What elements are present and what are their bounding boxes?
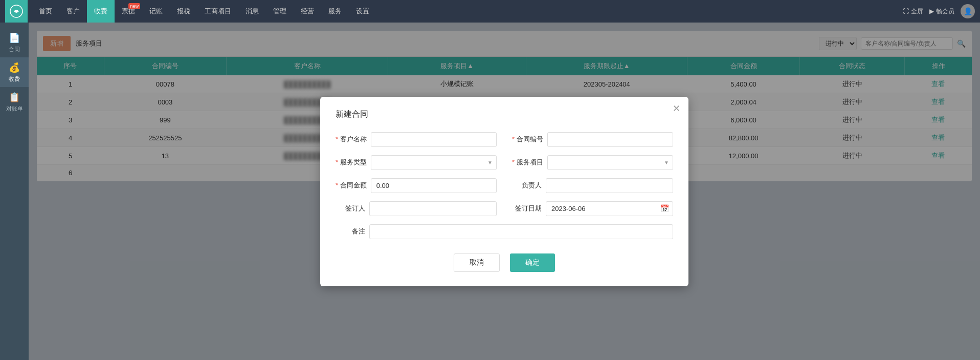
nav-items: 首页 客户 收费 票据 new 记账 报税 工商项目 消息 管理 经营 服务 设… (32, 0, 903, 23)
form-row-amount: 合同金额 (336, 178, 497, 193)
form-row-service-type: 服务类型 ▼ (336, 155, 497, 170)
member-icon: ▶ (929, 8, 934, 15)
nav-settings[interactable]: 设置 (349, 0, 376, 23)
member-button[interactable]: ▶ 畅会员 (929, 7, 954, 16)
service-item-select-wrap: ▼ (547, 155, 673, 170)
nav-bookkeeping[interactable]: 记账 (142, 0, 170, 23)
logo (5, 0, 28, 23)
sidebar-item-statement[interactable]: 📋 对账单 (0, 87, 29, 117)
form-row-customer: 客户名称 (336, 132, 497, 147)
form-row-remark: 备注 (336, 224, 673, 239)
form-row-signer: 签订人 (336, 201, 497, 216)
contract-amount-input[interactable] (371, 178, 497, 193)
signer-label: 签订人 (336, 204, 365, 213)
confirm-button[interactable]: 确定 (510, 253, 555, 272)
sidebar: 📄 合同 💰 收费 📋 对账单 (0, 23, 29, 360)
contract-icon: 📄 (9, 32, 20, 44)
statement-icon: 📋 (9, 92, 20, 103)
customer-name-label: 客户名称 (336, 135, 367, 144)
contract-no-label: 合同编号 (512, 135, 543, 144)
responsible-label: 负责人 (512, 181, 542, 190)
nav-fee[interactable]: 收费 (87, 0, 115, 23)
contract-amount-label: 合同金额 (336, 181, 367, 190)
top-nav: 首页 客户 收费 票据 new 记账 报税 工商项目 消息 管理 经营 服务 设… (0, 0, 980, 23)
sign-date-input[interactable] (546, 201, 673, 216)
sidebar-item-contract[interactable]: 📄 合同 (0, 28, 29, 57)
avatar[interactable]: 👤 (961, 4, 975, 18)
sidebar-item-fee[interactable]: 💰 收费 (0, 57, 29, 87)
service-item-label: 服务项目 (512, 158, 543, 167)
cancel-button[interactable]: 取消 (454, 253, 500, 272)
nav-customer[interactable]: 客户 (59, 0, 87, 23)
form-grid: 客户名称 合同编号 服务类型 ▼ (336, 132, 673, 239)
new-badge: new (128, 3, 140, 9)
nav-operation[interactable]: 经营 (294, 0, 321, 23)
responsible-input[interactable] (546, 178, 673, 193)
content-area: 新增 服务项目 进行中 已完成 已终止 🔍 序号 合同编 (29, 23, 980, 360)
signer-input[interactable] (369, 201, 497, 216)
nav-manage[interactable]: 管理 (266, 0, 294, 23)
service-type-select-wrap: ▼ (371, 155, 497, 170)
nav-invoice[interactable]: 票据 new (115, 0, 142, 23)
dialog-title: 新建合同 (336, 109, 673, 120)
dialog: ✕ 新建合同 客户名称 合同编号 服务类型 (320, 97, 688, 286)
sign-date-wrap: 📅 (546, 201, 673, 216)
nav-home[interactable]: 首页 (32, 0, 59, 23)
sign-date-label: 签订日期 (512, 204, 542, 213)
fullscreen-button[interactable]: ⛶ 全屏 (903, 7, 923, 16)
form-row-sign-date: 签订日期 📅 (512, 201, 673, 216)
nav-right: ⛶ 全屏 ▶ 畅会员 👤 (903, 4, 975, 18)
nav-business[interactable]: 工商项目 (197, 0, 238, 23)
main-layout: 📄 合同 💰 收费 📋 对账单 新增 服务项目 进行中 已完成 已终止 (0, 23, 980, 360)
remark-label: 备注 (336, 227, 365, 236)
modal-overlay: ✕ 新建合同 客户名称 合同编号 服务类型 (29, 23, 980, 360)
service-item-select[interactable] (547, 155, 673, 170)
form-row-contract-no: 合同编号 (512, 132, 673, 147)
nav-tax[interactable]: 报税 (170, 0, 197, 23)
nav-service[interactable]: 服务 (321, 0, 349, 23)
dialog-footer: 取消 确定 (336, 253, 673, 272)
form-row-service-item: 服务项目 ▼ (512, 155, 673, 170)
service-type-label: 服务类型 (336, 158, 367, 167)
fee-icon: 💰 (9, 62, 20, 73)
contract-no-input[interactable] (547, 132, 673, 147)
customer-name-input[interactable] (371, 132, 497, 147)
calendar-icon[interactable]: 📅 (660, 204, 669, 213)
dialog-close-button[interactable]: ✕ (673, 104, 680, 113)
nav-message[interactable]: 消息 (238, 0, 266, 23)
service-type-select[interactable] (371, 155, 497, 170)
form-row-responsible: 负责人 (512, 178, 673, 193)
remark-input[interactable] (369, 224, 673, 239)
fullscreen-icon: ⛶ (903, 8, 909, 15)
